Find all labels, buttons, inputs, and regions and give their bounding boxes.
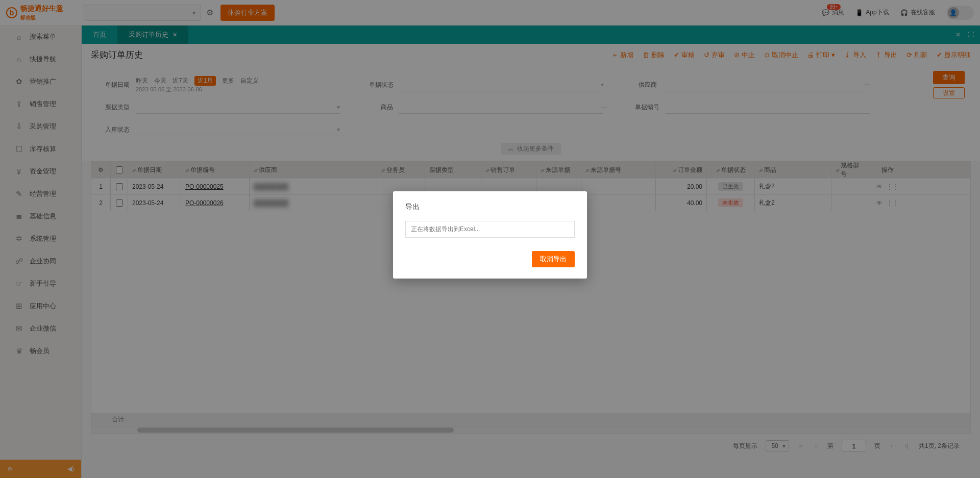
export-modal: 导出 正在将数据导出到Excel... 取消导出: [393, 191, 587, 278]
modal-title: 导出: [405, 202, 575, 211]
cancel-export-button[interactable]: 取消导出: [532, 250, 575, 267]
modal-message: 正在将数据导出到Excel...: [405, 220, 575, 237]
